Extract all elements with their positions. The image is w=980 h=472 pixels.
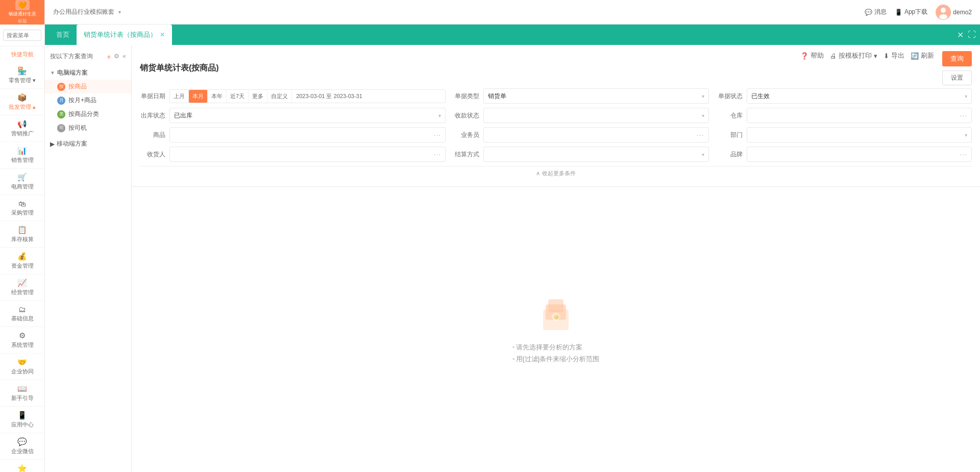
sidebar-item-purchase[interactable]: 🛍 采购管理 (0, 195, 44, 221)
print-label: 按模板打印 (839, 51, 872, 60)
guide-icon: 📖 (2, 384, 42, 393)
scheme-category-label: 按商品分类 (68, 110, 99, 119)
top-header: 办公用品行业模拟账套 ▾ 💬 消息 📱 App下载 demo2 (45, 0, 980, 25)
svg-text:😐: 😐 (553, 314, 560, 320)
settings-btn[interactable]: 设置 (942, 70, 972, 85)
empty-content: 😐 请先选择要分析的方案 用[过滤]条件来缩小分析范围 (512, 294, 599, 365)
sidebar-item-stock[interactable]: 📋 库存核算 (0, 221, 44, 248)
empty-tip-2: 用[过滤]条件来缩小分析范围 (512, 353, 599, 365)
warehouse-input[interactable]: ··· (747, 108, 972, 123)
date-this-year-btn[interactable]: 本年 (208, 90, 227, 103)
filter-warehouse-field: 仓库 ··· (709, 108, 972, 123)
sidebar-item-system[interactable]: ⚙ 系统管理 (0, 327, 44, 353)
app-logo[interactable]: 🧡 畅捷通好生意 标版 (0, 0, 44, 25)
date-last-month-btn[interactable]: 上月 (170, 90, 189, 103)
sidebar-scheme-by-driver[interactable]: 司 按司机 (45, 121, 131, 135)
filter-settle-method-field: 结算方式 ▾ (446, 147, 708, 162)
tab-sales-report-label: 销货单统计表（按商品） (84, 30, 157, 39)
sub-sidebar-settings-btn[interactable]: ⚙ (114, 53, 119, 61)
filter-area: 销货单统计表(按商品) ❓ 帮助 🖨 按模板打印 ▾ (132, 45, 980, 472)
main-area: 办公用品行业模拟账套 ▾ 💬 消息 📱 App下载 demo2 首页 (45, 0, 980, 472)
sidebar-item-coop[interactable]: 🤝 企业协同 (0, 353, 44, 380)
sidebar-item-member[interactable]: ⭐ 畅会员 (0, 460, 44, 472)
filter-receive-status-field: 收款状态 ▾ (446, 108, 708, 123)
sub-sidebar-group-mobile[interactable]: ▶ 移动端方案 (45, 137, 131, 151)
message-btn[interactable]: 💬 消息 (865, 8, 887, 16)
sidebar-item-guide[interactable]: 📖 新手引导 (0, 380, 44, 407)
sidebar-item-basic[interactable]: 🗂 基础信息 (0, 301, 44, 327)
wechat-icon: 💬 (2, 437, 42, 446)
settle-method-input[interactable]: ▾ (483, 147, 708, 162)
scheme-category-icon: 类 (57, 110, 65, 119)
sidebar-item-sales[interactable]: 📊 销售管理 (0, 142, 44, 169)
date-filter-control[interactable]: 上月 本月 本年 近7天 更多 自定义 2023-03-01 至 2023-03… (169, 89, 446, 103)
sidebar-item-apps[interactable]: 📱 应用中心 (0, 407, 44, 433)
sidebar-item-ecommerce[interactable]: 🛒 电商管理 (0, 169, 44, 195)
tab-sales-report[interactable]: 销货单统计表（按商品） ✕ (77, 25, 172, 45)
date-custom-btn[interactable]: 自定义 (267, 90, 292, 103)
export-btn[interactable]: ⬇ 导出 (884, 51, 904, 60)
refresh-btn[interactable]: 🔄 刷新 (911, 51, 934, 60)
maximize-window-btn[interactable]: ⛶ (968, 30, 976, 39)
dept-input[interactable]: ▾ (747, 127, 972, 143)
receiver-input[interactable]: ··· (169, 147, 446, 162)
user-menu-btn[interactable]: demo2 (936, 5, 972, 20)
doc-type-input[interactable]: 销货单 ▾ (483, 88, 708, 104)
sidebar-scheme-by-goods[interactable]: 按 按商品 (45, 80, 131, 93)
tab-home[interactable]: 首页 (49, 25, 77, 45)
query-btn[interactable]: 查询 (942, 51, 972, 66)
filter-salesperson-field: 业务员 ··· (446, 127, 708, 143)
sub-sidebar-header: 按以下方案查询 + ⚙ « (45, 49, 131, 64)
sub-sidebar-group-pc: ▼ 电脑端方案 按 按商品 月 按月+商品 类 按商品分类 司 按司机 (45, 64, 131, 137)
sub-sidebar-collapse-btn[interactable]: « (122, 53, 126, 61)
sidebar-item-finance[interactable]: 💰 资金管理 (0, 248, 44, 274)
print-btn[interactable]: 🖨 按模板打印 ▾ (830, 51, 877, 60)
date-this-month-btn[interactable]: 本月 (189, 90, 208, 103)
brand-input[interactable]: ··· (747, 147, 972, 162)
sidebar-item-biz[interactable]: 📈 经营管理 (0, 274, 44, 301)
sub-sidebar-title: 按以下方案查询 (50, 52, 93, 61)
workspace-selector[interactable]: 办公用品行业模拟账套 ▾ (53, 8, 121, 16)
close-window-btn[interactable]: ✕ (957, 30, 964, 40)
empty-tip-1: 请先选择要分析的方案 (512, 341, 599, 353)
right-action-buttons: 查询 设置 (938, 51, 972, 85)
sidebar-item-wechat[interactable]: 💬 企业微信 (0, 433, 44, 460)
sales-icon: 📊 (2, 146, 42, 155)
sub-sidebar-add-btn[interactable]: + (107, 53, 111, 61)
message-label: 消息 (874, 8, 887, 16)
out-status-value: 已出库 (174, 111, 192, 120)
sidebar-item-wholesale[interactable]: 📦 批发管理 ▴ (0, 89, 44, 115)
out-status-input[interactable]: 已出库 ▾ (169, 108, 446, 123)
user-name: demo2 (953, 9, 972, 16)
settle-method-label: 结算方式 (454, 150, 479, 159)
svg-point-1 (941, 8, 946, 13)
collapse-bar[interactable]: ∧ 收起更多条件 (140, 166, 972, 180)
sidebar-scheme-by-month-goods[interactable]: 月 按月+商品 (45, 93, 131, 107)
salesperson-input[interactable]: ··· (483, 127, 708, 143)
wholesale-icon: 📦 (2, 93, 42, 102)
date-field-label: 单据日期 (140, 92, 165, 101)
quick-nav-item[interactable]: 快捷导航 (0, 46, 44, 62)
goods-input[interactable]: ··· (169, 127, 446, 143)
doc-status-label: 单据状态 (717, 92, 743, 101)
search-input[interactable] (3, 30, 41, 41)
date-more-btn[interactable]: 更多 (249, 90, 267, 103)
scheme-goods-icon: 按 (57, 83, 65, 91)
sidebar-scheme-by-category[interactable]: 类 按商品分类 (45, 107, 131, 121)
sidebar-item-marketing[interactable]: 📢 营销推广 (0, 115, 44, 142)
logo-icon: 🧡 (15, 0, 30, 10)
sub-sidebar-group-pc-title[interactable]: ▼ 电脑端方案 (45, 66, 131, 80)
help-btn[interactable]: ❓ 帮助 (800, 51, 824, 60)
app-download-btn[interactable]: 📱 App下载 (895, 8, 927, 16)
tab-close-icon[interactable]: ✕ (160, 31, 165, 38)
receive-status-arrow: ▾ (702, 113, 704, 119)
date-last-7-btn[interactable]: 近7天 (227, 90, 249, 103)
receive-status-input[interactable]: ▾ (483, 108, 708, 123)
biz-icon: 📈 (2, 278, 42, 288)
sidebar-items: 🏪 零售管理 ▾ 📦 批发管理 ▴ 📢 营销推广 📊 销售管理 🛒 电商管理 🛍… (0, 62, 44, 472)
group-expand-arrow: ▼ (50, 70, 55, 76)
sidebar-item-retail[interactable]: 🏪 零售管理 ▾ (0, 62, 44, 89)
refresh-icon: 🔄 (911, 52, 919, 60)
goods-dots: ··· (434, 131, 442, 139)
doc-status-input[interactable]: 已生效 ▾ (747, 88, 972, 104)
